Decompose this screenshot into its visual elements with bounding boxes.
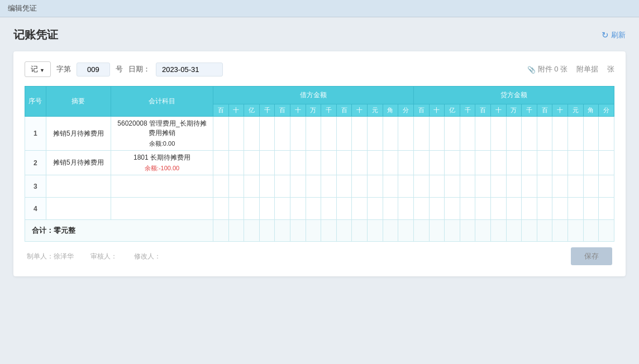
c3-11[interactable] — [583, 175, 599, 198]
c1-3[interactable] — [460, 117, 475, 151]
d2-7[interactable] — [321, 151, 337, 175]
c2-12[interactable] — [599, 151, 614, 175]
d2-5[interactable] — [290, 151, 306, 175]
attach-link[interactable]: 附件 0 张 — [527, 64, 568, 74]
d1-8[interactable] — [336, 117, 352, 151]
c1-0[interactable] — [413, 117, 429, 151]
c2-8[interactable] — [537, 151, 552, 175]
c2-3[interactable] — [460, 151, 475, 175]
c4-6[interactable] — [506, 198, 522, 220]
c3-6[interactable] — [506, 175, 522, 198]
d2-1[interactable] — [228, 151, 244, 175]
d3-0[interactable] — [213, 175, 228, 198]
d1-1[interactable] — [228, 117, 244, 151]
d3-2[interactable] — [244, 175, 260, 198]
c1-2[interactable] — [445, 117, 460, 151]
d1-5[interactable] — [290, 117, 306, 151]
d2-2[interactable] — [244, 151, 260, 175]
c1-7[interactable] — [522, 117, 537, 151]
d2-9[interactable] — [352, 151, 368, 175]
d3-9[interactable] — [352, 175, 368, 198]
c3-9[interactable] — [552, 175, 568, 198]
c2-9[interactable] — [552, 151, 568, 175]
d3-4[interactable] — [275, 175, 290, 198]
d4-4[interactable] — [275, 198, 290, 220]
refresh-button[interactable]: 刷新 — [602, 30, 626, 40]
d1-12[interactable] — [398, 117, 414, 151]
c4-1[interactable] — [429, 198, 445, 220]
table-row[interactable]: 3 — [25, 175, 614, 198]
c1-1[interactable] — [429, 117, 445, 151]
d4-5[interactable] — [290, 198, 306, 220]
d1-10[interactable] — [368, 117, 383, 151]
d4-3[interactable] — [259, 198, 275, 220]
c4-7[interactable] — [522, 198, 537, 220]
row-account-4[interactable] — [111, 198, 213, 220]
c1-9[interactable] — [552, 117, 568, 151]
d4-8[interactable] — [336, 198, 352, 220]
row-account-1[interactable]: 56020008 管理费用_长期待摊费用摊销 余额:0.00 — [111, 117, 213, 151]
c2-10[interactable] — [568, 151, 583, 175]
type-select-button[interactable]: 记 — [25, 61, 51, 77]
d1-7[interactable] — [321, 117, 337, 151]
d2-4[interactable] — [275, 151, 290, 175]
save-button[interactable]: 保存 — [571, 247, 612, 265]
c4-3[interactable] — [460, 198, 475, 220]
c4-9[interactable] — [552, 198, 568, 220]
date-input[interactable] — [156, 63, 223, 76]
c3-3[interactable] — [460, 175, 475, 198]
d3-11[interactable] — [383, 175, 398, 198]
c4-0[interactable] — [413, 198, 429, 220]
c1-11[interactable] — [583, 117, 599, 151]
d1-9[interactable] — [352, 117, 368, 151]
d2-0[interactable] — [213, 151, 228, 175]
c3-10[interactable] — [568, 175, 583, 198]
c4-12[interactable] — [599, 198, 614, 220]
d2-12[interactable] — [398, 151, 414, 175]
d4-12[interactable] — [398, 198, 414, 220]
c2-1[interactable] — [429, 151, 445, 175]
d2-8[interactable] — [336, 151, 352, 175]
c1-6[interactable] — [506, 117, 522, 151]
c2-5[interactable] — [490, 151, 506, 175]
c3-4[interactable] — [475, 175, 491, 198]
c3-7[interactable] — [522, 175, 537, 198]
c1-8[interactable] — [537, 117, 552, 151]
row-summary-4[interactable] — [46, 198, 111, 220]
c1-5[interactable] — [490, 117, 506, 151]
c2-2[interactable] — [445, 151, 460, 175]
c4-8[interactable] — [537, 198, 552, 220]
d1-11[interactable] — [383, 117, 398, 151]
c3-12[interactable] — [599, 175, 614, 198]
row-account-3[interactable] — [111, 175, 213, 198]
d1-0[interactable] — [213, 117, 228, 151]
c2-7[interactable] — [522, 151, 537, 175]
table-row[interactable]: 2 摊销5月待摊费用 1801 长期待摊费用 余额:-100.00 — [25, 151, 614, 175]
c4-4[interactable] — [475, 198, 491, 220]
c2-11[interactable] — [583, 151, 599, 175]
d3-3[interactable] — [259, 175, 275, 198]
c1-12[interactable] — [599, 117, 614, 151]
table-row[interactable]: 1 摊销5月待摊费用 56020008 管理费用_长期待摊费用摊销 余额:0.0… — [25, 117, 614, 151]
d3-7[interactable] — [321, 175, 337, 198]
c2-4[interactable] — [475, 151, 491, 175]
c4-10[interactable] — [568, 198, 583, 220]
c3-5[interactable] — [490, 175, 506, 198]
d2-6[interactable] — [306, 151, 321, 175]
d4-6[interactable] — [306, 198, 321, 220]
row-account-2[interactable]: 1801 长期待摊费用 余额:-100.00 — [111, 151, 213, 175]
d4-7[interactable] — [321, 198, 337, 220]
d3-1[interactable] — [228, 175, 244, 198]
d3-10[interactable] — [368, 175, 383, 198]
d4-10[interactable] — [368, 198, 383, 220]
c2-0[interactable] — [413, 151, 429, 175]
d4-11[interactable] — [383, 198, 398, 220]
d1-2[interactable] — [244, 117, 260, 151]
row-summary-2[interactable]: 摊销5月待摊费用 — [46, 151, 111, 175]
d1-3[interactable] — [259, 117, 275, 151]
d3-12[interactable] — [398, 175, 414, 198]
d4-0[interactable] — [213, 198, 228, 220]
d2-11[interactable] — [383, 151, 398, 175]
row-summary-1[interactable]: 摊销5月待摊费用 — [46, 117, 111, 151]
d3-5[interactable] — [290, 175, 306, 198]
